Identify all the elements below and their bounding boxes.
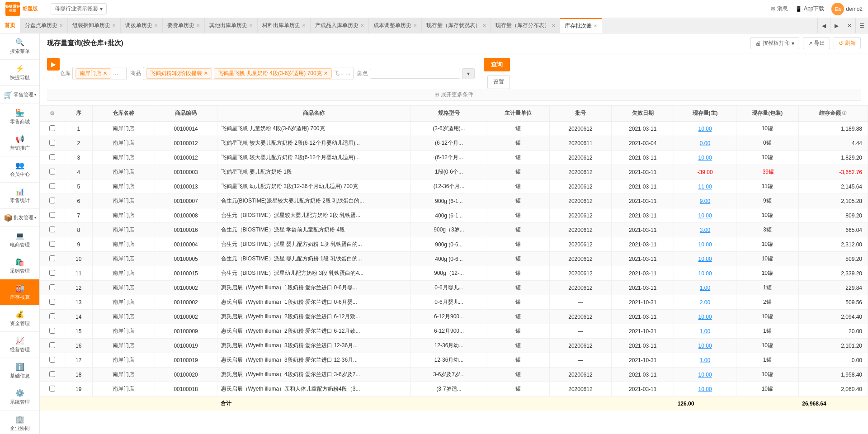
row-qty-main[interactable]: 10.00: [674, 208, 736, 223]
row-checkbox[interactable]: [40, 266, 65, 281]
tab-split-disk-close[interactable]: ✕: [59, 23, 63, 28]
row-checkbox[interactable]: [40, 368, 65, 382]
row-checkbox[interactable]: [40, 310, 65, 324]
sidebar-item-purchase[interactable]: 🛍️ 采购管理: [0, 253, 39, 279]
row-qty-main[interactable]: 3.00: [674, 223, 736, 237]
sidebar-item-member[interactable]: 👥 会员中心: [0, 156, 39, 183]
row-qty-main[interactable]: 1.00: [674, 281, 736, 295]
tab-inv-dist-close[interactable]: ✕: [552, 23, 555, 28]
row-checkbox[interactable]: [40, 165, 65, 179]
product-tag-1-remove[interactable]: ✕: [204, 71, 208, 76]
sidebar-item-inventory[interactable]: 🏭 库存核算: [0, 279, 39, 306]
row-check-input[interactable]: [49, 371, 55, 377]
warehouse-tag-group[interactable]: 南岸门店 ✕ ···: [72, 67, 127, 80]
sidebar-item-retail-shop[interactable]: 🏪 零售商城: [0, 104, 39, 130]
row-check-input[interactable]: [49, 183, 55, 189]
row-check-input[interactable]: [49, 386, 55, 392]
tab-cost-adjust[interactable]: 成本调整单历史 ✕: [369, 18, 422, 33]
sidebar-item-enterprise[interactable]: 🏢 企业协同: [0, 410, 39, 434]
row-qty-main[interactable]: 9.00: [674, 194, 736, 208]
tab-other-out-close[interactable]: ✕: [249, 23, 253, 28]
row-checkbox[interactable]: [40, 353, 65, 368]
color-expand-btn[interactable]: ▾: [462, 68, 475, 79]
tab-require-close[interactable]: ✕: [196, 23, 200, 28]
row-check-input[interactable]: [49, 255, 55, 261]
tab-prev-btn[interactable]: ◀: [817, 18, 830, 33]
row-check-input[interactable]: [49, 270, 55, 276]
row-checkbox[interactable]: [40, 194, 65, 208]
row-checkbox[interactable]: [40, 324, 65, 339]
row-checkbox[interactable]: [40, 237, 65, 252]
tab-close-all-btn[interactable]: ✕: [843, 18, 855, 33]
row-qty-main[interactable]: 10.00: [674, 368, 736, 382]
tab-next-btn[interactable]: ▶: [830, 18, 843, 33]
setting-button[interactable]: 设置: [487, 75, 510, 89]
row-check-input[interactable]: [49, 284, 55, 290]
row-qty-main[interactable]: 10.00: [674, 121, 736, 136]
account-dropdown[interactable]: 母婴行业演示账套 ▾: [51, 3, 107, 14]
tab-group-close[interactable]: ✕: [112, 23, 116, 28]
refresh-button[interactable]: ↺ 刷新: [834, 37, 861, 49]
tab-batch-voucher-close[interactable]: ✕: [594, 24, 597, 28]
sidebar-item-finance[interactable]: 💰 资金管理: [0, 306, 39, 332]
row-qty-main[interactable]: 10.00: [674, 151, 736, 165]
balance-info-icon[interactable]: ①: [842, 110, 847, 116]
row-checkbox[interactable]: [40, 136, 65, 151]
expand-more-btn[interactable]: ⊞ 展开更多条件: [434, 91, 473, 98]
row-check-input[interactable]: [49, 313, 55, 319]
sidebar-item-retail[interactable]: 🛒 零售管理 ▾: [0, 86, 39, 104]
row-check-input[interactable]: [49, 241, 55, 247]
tab-require[interactable]: 要货单历史 ✕: [163, 18, 205, 33]
sidebar-item-search[interactable]: 🔍 搜索菜单: [0, 33, 39, 60]
tab-inv-status-close[interactable]: ✕: [482, 23, 486, 28]
sidebar-item-operation[interactable]: 📈 经营管理: [0, 332, 39, 358]
export-button[interactable]: ↗ 导出: [803, 37, 830, 49]
row-checkbox[interactable]: [40, 223, 65, 237]
row-checkbox[interactable]: [40, 208, 65, 223]
row-qty-main[interactable]: 1.00: [674, 353, 736, 368]
tab-menu-btn[interactable]: ☰: [855, 18, 868, 33]
row-qty-main[interactable]: 10.00: [674, 382, 736, 396]
product-tag-2-remove[interactable]: ✕: [324, 71, 328, 76]
row-checkbox[interactable]: [40, 252, 65, 266]
row-checkbox[interactable]: [40, 295, 65, 310]
tab-cost-adjust-close[interactable]: ✕: [413, 23, 417, 28]
sidebar-item-shortcut[interactable]: ⚡ 快捷导航: [0, 60, 39, 86]
user-profile[interactable]: Ea demo2: [831, 3, 863, 15]
tab-batch-voucher[interactable]: 库存批次账 ✕: [560, 18, 602, 33]
tab-group-disassemble[interactable]: 组装拆卸单历史 ✕: [68, 18, 121, 33]
warehouse-tag-remove[interactable]: ✕: [103, 71, 107, 76]
tab-home[interactable]: 首页: [0, 18, 20, 33]
color-filter-input[interactable]: [370, 69, 460, 79]
tab-other-out[interactable]: 其他出库单历史 ✕: [205, 18, 258, 33]
settings-col-icon[interactable]: ⚙: [50, 110, 55, 117]
product-more-btn[interactable]: 飞...: [334, 70, 344, 77]
row-check-input[interactable]: [49, 299, 55, 305]
sidebar-item-retail-stats[interactable]: 📊 零售统计: [0, 183, 39, 209]
warehouse-more-btn[interactable]: ···: [113, 70, 118, 77]
row-checkbox[interactable]: [40, 339, 65, 353]
tab-material-out-close[interactable]: ✕: [302, 23, 306, 28]
product-tag-group[interactable]: 飞鹤奶粉3段阶段提装 ✕ 飞鹤星飞帆 儿童奶粉 4段(3-6岁适用) 700克 …: [143, 67, 354, 80]
row-qty-main[interactable]: 11.00: [674, 179, 736, 194]
row-check-input[interactable]: [49, 226, 55, 232]
row-qty-main[interactable]: 10.00: [674, 237, 736, 252]
row-checkbox[interactable]: [40, 179, 65, 194]
row-qty-main[interactable]: -39.00: [674, 165, 736, 179]
sidebar-item-ecommerce[interactable]: 💻 电商管理: [0, 227, 39, 253]
sidebar-item-marketing[interactable]: 📢 营销推广: [0, 130, 39, 156]
app-download-btn[interactable]: 📱 App下载: [795, 5, 824, 13]
tab-product-in-close[interactable]: ✕: [360, 23, 364, 28]
tab-material-out[interactable]: 材料出库单历史 ✕: [258, 18, 311, 33]
row-qty-main[interactable]: 10.00: [674, 310, 736, 324]
sidebar-item-wholesale[interactable]: 📦 批发管理 ▾: [0, 209, 39, 227]
row-check-input[interactable]: [49, 169, 55, 175]
row-check-input[interactable]: [49, 328, 55, 334]
row-checkbox[interactable]: [40, 281, 65, 295]
messages-btn[interactable]: ✉ 消息: [771, 5, 788, 13]
row-qty-main[interactable]: 10.00: [674, 266, 736, 281]
query-button[interactable]: 查询: [484, 58, 510, 71]
row-check-input[interactable]: [49, 212, 55, 218]
row-checkbox[interactable]: [40, 151, 65, 165]
tab-product-in[interactable]: 产成品入库单历史 ✕: [311, 18, 369, 33]
